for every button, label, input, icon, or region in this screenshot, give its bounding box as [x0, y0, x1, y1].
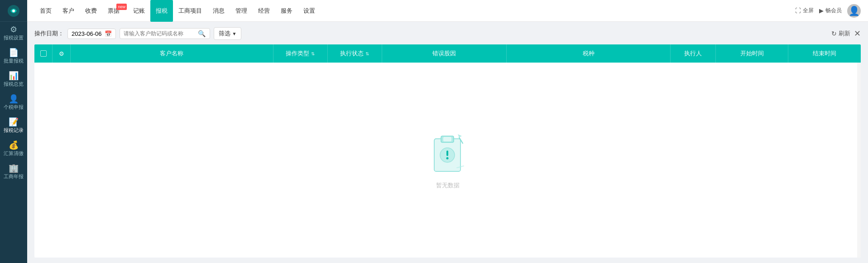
nav-shoufei[interactable]: 收费 — [80, 0, 102, 22]
th-executor: 执行人 — [671, 44, 716, 63]
sidebar-item-baoshui-shezhi[interactable]: ⚙ 报税设置 — [0, 22, 27, 45]
toolbar: 操作日期： 2023-06-06 📅 🔍 筛选 ▼ ↻ 刷新 ✕ — [34, 27, 861, 40]
empty-state: 暂无数据 — [418, 122, 477, 199]
filter-button[interactable]: 筛选 ▼ — [214, 27, 242, 40]
nav-customer[interactable]: 客户 — [57, 0, 80, 22]
sidebar-item-baoshui-zonglian[interactable]: 📊 报税总览 — [0, 68, 27, 91]
fullscreen-button[interactable]: ⛶ 全屏 — [795, 7, 814, 15]
empty-text: 暂无数据 — [436, 181, 460, 190]
svg-rect-4 — [443, 137, 451, 141]
th-name: 客户名称 — [71, 44, 273, 63]
th-optype[interactable]: 操作类型 ⇅ — [273, 44, 328, 63]
search-box[interactable]: 🔍 — [120, 28, 210, 39]
nav-piaoju[interactable]: 票据 new — [102, 0, 128, 22]
record-icon: 📝 — [9, 118, 19, 126]
batch-tax-icon: 📄 — [9, 49, 19, 57]
table-header: ⚙ 客户名称 操作类型 ⇅ 执行状态 ⇅ 错误股因 税种 — [34, 44, 861, 63]
refresh-icon: ↻ — [831, 30, 837, 37]
gear-icon: ⚙ — [59, 50, 64, 57]
search-icon: 🔍 — [198, 30, 206, 37]
toolbar-right: ↻ 刷新 ✕ — [831, 29, 861, 38]
overview-icon: 📊 — [9, 72, 19, 80]
content: 操作日期： 2023-06-06 📅 🔍 筛选 ▼ ↻ 刷新 ✕ — [27, 22, 868, 263]
nav-jizhang[interactable]: 记账 — [128, 0, 150, 22]
sidebar-item-huisuan-jiaona[interactable]: 💰 汇算清缴 — [0, 137, 27, 161]
date-value: 2023-06-06 — [72, 30, 102, 37]
th-status[interactable]: 执行状态 ⇅ — [328, 44, 382, 63]
avatar-icon: 👤 — [849, 5, 860, 16]
empty-illustration — [427, 131, 468, 176]
sort-icon-optype: ⇅ — [311, 51, 315, 56]
table-body: 暂无数据 — [34, 63, 861, 258]
close-button[interactable]: ✕ — [854, 29, 861, 38]
main-area: 首页 客户 收费 票据 new 记账 报税 工商项目 消息 管理 经营 — [27, 0, 868, 263]
search-input[interactable] — [124, 30, 196, 37]
sidebar-item-baoshui-jilu[interactable]: 📝 报税记录 — [0, 114, 27, 137]
topnav-right: ⛶ 全屏 ▶ 畅会员 👤 — [795, 4, 861, 18]
settings-icon: ⚙ — [10, 25, 17, 34]
nav-xiaoxi[interactable]: 消息 — [207, 0, 230, 22]
chevron-down-icon: ▼ — [232, 31, 237, 36]
fullscreen-icon: ⛶ — [795, 7, 801, 14]
svg-point-1 — [12, 10, 15, 12]
nav-gongshang[interactable]: 工商项目 — [173, 0, 207, 22]
th-checkbox[interactable] — [34, 44, 53, 63]
video-icon: ▶ — [819, 7, 824, 14]
nav-home[interactable]: 首页 — [34, 0, 57, 22]
annual-report-icon: 🏢 — [9, 164, 19, 172]
member-button[interactable]: ▶ 畅会员 — [819, 7, 842, 15]
settlement-icon: 💰 — [9, 141, 19, 149]
th-error: 错误股因 — [382, 44, 507, 63]
sort-icon-status: ⇅ — [365, 51, 369, 56]
date-picker[interactable]: 2023-06-06 📅 — [67, 29, 116, 39]
nav-baoshui[interactable]: 报税 — [150, 0, 173, 22]
th-taxtype: 税种 — [507, 44, 671, 63]
sidebar-logo[interactable] — [0, 0, 27, 22]
th-starttime: 开始时间 — [716, 44, 788, 63]
sidebar: ⚙ 报税设置 📄 批量报税 📊 报税总览 👤 个税申报 📝 报税记录 💰 汇算清… — [0, 0, 27, 263]
refresh-button[interactable]: ↻ 刷新 — [831, 29, 850, 38]
checkbox-all[interactable] — [40, 50, 47, 57]
new-badge: new — [116, 4, 127, 10]
nav-jingying[interactable]: 经营 — [253, 0, 275, 22]
svg-marker-9 — [458, 134, 462, 137]
topnav: 首页 客户 收费 票据 new 记账 报税 工商项目 消息 管理 经营 — [27, 0, 868, 22]
nav-shezhi[interactable]: 设置 — [298, 0, 321, 22]
scrollbar-track[interactable] — [857, 63, 861, 258]
calendar-icon: 📅 — [105, 30, 112, 37]
th-gear[interactable]: ⚙ — [53, 44, 71, 63]
nav-fuwu[interactable]: 服务 — [275, 0, 298, 22]
sidebar-item-geshuishenbao[interactable]: 👤 个税申报 — [0, 91, 27, 114]
filter-label: 筛选 — [219, 29, 230, 38]
table-container: ⚙ 客户名称 操作类型 ⇅ 执行状态 ⇅ 错误股因 税种 — [34, 44, 861, 258]
nav-guanli[interactable]: 管理 — [230, 0, 253, 22]
th-endtime: 结束时间 — [788, 44, 861, 63]
avatar[interactable]: 👤 — [847, 4, 861, 18]
personal-tax-icon: 👤 — [9, 95, 19, 103]
sidebar-item-piliang-baoshui[interactable]: 📄 批量报税 — [0, 45, 27, 68]
svg-point-7 — [446, 157, 448, 160]
sidebar-item-gongshang-nianbao[interactable]: 🏢 工商年报 — [0, 161, 27, 184]
svg-rect-6 — [446, 151, 448, 156]
date-label: 操作日期： — [34, 29, 64, 38]
